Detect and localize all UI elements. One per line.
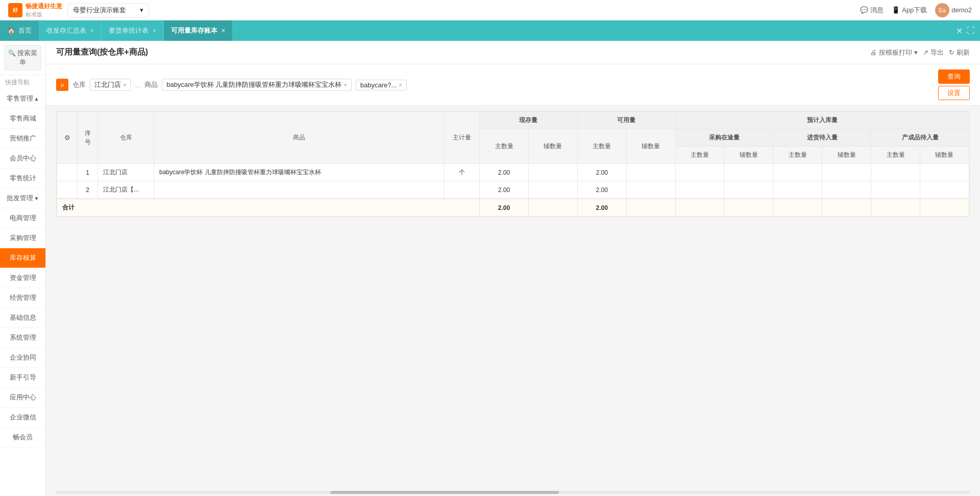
tab-order-stats-close[interactable]: ×: [153, 27, 156, 34]
settings-icon: ⚙: [64, 134, 70, 141]
avatar: Ea: [935, 3, 949, 17]
col-produced-main: 主数量: [871, 147, 920, 164]
chevron-down-icon: ▾: [914, 49, 918, 56]
app-icon: 📱: [892, 6, 900, 14]
goods-tag1-close[interactable]: ×: [344, 82, 347, 88]
query-btn[interactable]: 查询: [938, 69, 970, 84]
tab-bar: 🏠 首页 收发存汇总表 × 要货单统计表 × 可用量库存账本 × ✕ ⛶: [0, 20, 980, 41]
col-current-aux: 辅数量: [528, 129, 577, 164]
home-icon: 🏠: [7, 27, 15, 35]
filter-toggle-btn[interactable]: »: [56, 79, 68, 91]
page-header: 可用量查询(按仓库+商品) 🖨 按模板打印 ▾ ↗ 导出 ↻ 刷新: [46, 41, 980, 64]
warehouse-label: 仓库: [72, 80, 86, 89]
message-btn[interactable]: 💬 消息: [860, 6, 884, 15]
col-gear-header[interactable]: ⚙: [57, 112, 78, 164]
tab-available-close[interactable]: ×: [222, 27, 225, 34]
logo-icon: 好: [8, 3, 22, 17]
col-available-aux: 辅数量: [626, 129, 675, 164]
set-btn[interactable]: 设置: [938, 86, 970, 100]
tab-available[interactable]: 可用量库存账本 ×: [164, 20, 233, 41]
col-produced-aux: 辅数量: [920, 147, 969, 164]
tab-spacer: [233, 20, 951, 41]
industry-selector[interactable]: 母婴行业演示账套 ▾: [67, 3, 149, 17]
sidebar-item-marketing[interactable]: 营销推广: [0, 129, 45, 149]
sidebar-item-ecom-mgmt[interactable]: 电商管理: [0, 208, 45, 228]
page-actions: 🖨 按模板打印 ▾ ↗ 导出 ↻ 刷新: [870, 48, 970, 57]
col-purchase-group: 采购在途量: [675, 129, 773, 147]
goods-tag2-close[interactable]: ×: [399, 82, 402, 88]
app-download-btn[interactable]: 📱 App下载: [892, 6, 927, 15]
footer-available-main: 2.00: [577, 199, 626, 217]
warehouse-ellipsis[interactable]: ...: [135, 81, 140, 89]
sidebar-item-inventory-check[interactable]: 库存核算: [0, 248, 45, 268]
top-bar-right: 💬 消息 📱 App下载 Ea demo2: [860, 3, 972, 17]
col-incoming-main: 主数量: [773, 147, 822, 164]
tab-receive[interactable]: 收发存汇总表 ×: [39, 20, 102, 41]
window-controls: ✕ ⛶: [951, 20, 980, 41]
sidebar-item-member-center[interactable]: 会员中心: [0, 149, 45, 169]
print-template-btn[interactable]: 🖨 按模板打印 ▾: [870, 48, 918, 57]
filter-right-btns: 查询 设置: [938, 69, 970, 100]
main-table: ⚙ 序号 仓库 商品 主计量 现存量 可用量 预计入库量 主数量: [57, 111, 969, 217]
top-bar-left: 好 畅捷通好生意 标准版 母婴行业演示账套 ▾: [8, 2, 149, 18]
goods-tag1[interactable]: babycare学饮杯 儿童防摔防撞吸管杯重力球吸嘴杯宝宝水杯 ×: [162, 79, 352, 91]
sidebar-item-app-center[interactable]: 应用中心: [0, 388, 45, 408]
sidebar-item-purchase-mgmt[interactable]: 采购管理: [0, 228, 45, 248]
export-btn[interactable]: ↗ 导出: [923, 48, 944, 57]
user-profile[interactable]: Ea demo2: [935, 3, 972, 17]
col-incoming-group: 进货待入量: [773, 129, 871, 147]
sidebar-item-wholesale-mgmt[interactable]: 批发管理 ▼: [0, 188, 45, 208]
sidebar-item-operations-mgmt[interactable]: 经营管理: [0, 288, 45, 308]
sidebar-item-new-guide[interactable]: 新手引导: [0, 368, 45, 388]
print-icon: 🖨: [870, 49, 877, 56]
col-warehouse-header: 仓库: [98, 112, 154, 164]
sidebar-item-basic-info[interactable]: 基础信息: [0, 308, 45, 328]
tab-order-stats[interactable]: 要货单统计表 ×: [102, 20, 164, 41]
sidebar-item-enterprise-wechat[interactable]: 企业微信: [0, 408, 45, 428]
sidebar-search-area: 🔍 搜索菜单: [0, 41, 45, 75]
col-incoming-aux: 辅数量: [822, 147, 871, 164]
top-bar: 好 畅捷通好生意 标准版 母婴行业演示账套 ▾ 💬 消息 📱 App下载 Ea …: [0, 0, 980, 20]
chevron-down-icon: ▼: [34, 196, 39, 201]
export-icon: ↗: [923, 49, 928, 56]
table-row: 2 江北门店【... 2.00 2.00: [57, 181, 969, 199]
chevron-up-icon: ▲: [34, 96, 39, 102]
col-available-group: 可用量: [577, 112, 675, 129]
logo: 好 畅捷通好生意 标准版: [8, 2, 62, 18]
col-goods-header: 商品: [154, 112, 444, 164]
col-current-main: 主数量: [480, 129, 529, 164]
col-purchase-main: 主数量: [675, 147, 724, 164]
sidebar-item-retail-mgmt[interactable]: 零售管理 ▲: [0, 89, 45, 109]
search-menu-btn[interactable]: 🔍 搜索菜单: [4, 45, 41, 70]
horizontal-scrollbar[interactable]: [56, 491, 970, 494]
sidebar-item-retail-mall[interactable]: 零售商城: [0, 109, 45, 129]
warehouse-tag-close[interactable]: ×: [123, 82, 126, 88]
scrollbar-thumb[interactable]: [330, 491, 559, 494]
sidebar-item-finance-mgmt[interactable]: 资金管理: [0, 268, 45, 288]
goods-tag2[interactable]: babycare?... ×: [356, 80, 407, 90]
warehouse-tag[interactable]: 江北门店 ×: [90, 79, 131, 91]
sidebar-item-sys-mgmt[interactable]: 系统管理: [0, 328, 45, 348]
footer-label: 合计: [57, 199, 480, 217]
tab-receive-close[interactable]: ×: [90, 27, 94, 34]
col-current-stock-group: 现存量: [480, 112, 578, 129]
refresh-btn[interactable]: ↻ 刷新: [949, 48, 970, 57]
sidebar-item-retail-stats[interactable]: 零售统计: [0, 169, 45, 188]
col-purchase-aux: 辅数量: [724, 147, 773, 164]
sidebar-item-enterprise-collab[interactable]: 企业协同: [0, 348, 45, 368]
col-available-main: 主数量: [577, 129, 626, 164]
content-area: 可用量查询(按仓库+商品) 🖨 按模板打印 ▾ ↗ 导出 ↻ 刷新 »: [46, 41, 980, 496]
col-unit-header: 主计量: [444, 112, 480, 164]
chevron-down-icon: ▾: [140, 6, 143, 14]
sidebar: 🔍 搜索菜单 快捷导航 零售管理 ▲ 零售商城 营销推广 会员中心 零售统计 批…: [0, 41, 46, 496]
tab-home[interactable]: 🏠 首页: [0, 20, 39, 41]
table-row: 1 江北门店 babycare学饮杯 儿童防摔防撞吸管杯重力球吸嘴杯宝宝水杯 个…: [57, 164, 969, 181]
message-icon: 💬: [860, 6, 868, 14]
maximize-window-btn[interactable]: ⛶: [967, 26, 975, 35]
filter-area: » 仓库 江北门店 × ... 商品 babycare学饮杯 儿童防摔防撞吸管杯…: [46, 64, 980, 106]
col-forecast-group: 预计入库量: [675, 112, 969, 129]
quick-nav-label: 快捷导航: [0, 75, 45, 89]
sidebar-item-member[interactable]: 畅会员: [0, 428, 45, 447]
refresh-icon: ↻: [949, 49, 954, 56]
close-window-btn[interactable]: ✕: [956, 26, 963, 36]
